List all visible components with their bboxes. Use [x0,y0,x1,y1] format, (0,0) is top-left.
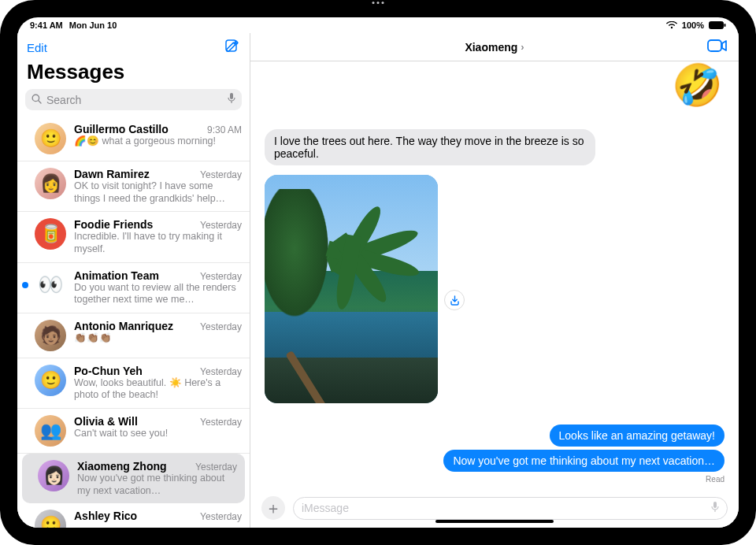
conversation-time: Yesterday [200,271,242,282]
avatar: 👀 [35,269,66,301]
conversation-sidebar: Edit Messages [17,33,250,528]
conversation-time: Yesterday [200,220,242,231]
chevron-right-icon: › [521,41,524,53]
reaction-emoji: 🤣 [672,61,723,109]
status-bar: 9:41 AM Mon Jun 10 100% [17,17,739,33]
conversation-name: Foodie Friends [74,218,153,231]
conversation-time: Yesterday [195,462,237,473]
compose-button[interactable] [224,38,240,57]
conversation-title: Xiaomeng [465,41,517,54]
conversation-row[interactable]: 👥Olivia & WillYesterdayCan't wait to see… [17,409,250,454]
conversation-header[interactable]: Xiaomeng › [250,33,739,61]
avatar: 👥 [35,415,66,447]
conversation-row[interactable]: 👩🏻Xiaomeng ZhongYesterdayNow you've got … [22,454,245,503]
conversation-name: Guillermo Castillo [74,123,169,135]
conversation-preview: 🌈😊 what a gorgeous morning! [74,135,242,148]
conversation-name: Dawn Ramirez [74,168,150,180]
status-date: Mon Jun 10 [69,20,117,30]
svg-rect-5 [230,93,233,99]
battery-icon [709,21,726,29]
conversation-name: Antonio Manriquez [74,320,173,332]
svg-rect-0 [710,22,724,29]
search-icon [32,94,42,106]
svg-line-4 [39,100,41,102]
conversation-row[interactable]: 🙂Ashley RicoYesterday [17,503,250,528]
read-receipt: Read [706,475,724,484]
avatar: 🥫 [35,218,66,250]
avatar: 🙂 [35,510,66,528]
incoming-message[interactable]: I love the trees out here. The way they … [265,129,595,165]
compose-icon [224,38,240,54]
avatar: 🙂 [35,123,66,154]
conversation-time: Yesterday [200,169,242,180]
conversation-time: Yesterday [200,366,242,377]
share-photo-button[interactable] [444,290,465,310]
battery-percent: 100% [682,20,704,30]
save-icon [450,295,460,306]
conversation-preview: Do you want to review all the renders to… [74,282,242,306]
conversation-pane: Xiaomeng › 🤣 I love the trees out here. … [250,33,739,528]
conversation-row[interactable]: 🙂Guillermo Castillo9:30 AM🌈😊 what a gorg… [17,117,250,161]
svg-rect-1 [724,24,726,27]
incoming-photo-wrap [265,172,438,403]
conversation-row[interactable]: 🥫Foodie FriendsYesterdayIncredible. I'll… [17,212,250,262]
conversation-preview: 👏🏽👏🏽👏🏽 [74,332,242,345]
status-time: 9:41 AM [30,20,63,30]
conversation-preview: OK to visit tonight? I have some things … [74,180,242,205]
apps-button[interactable]: ＋ [261,496,285,520]
conversation-row[interactable]: 👩Dawn RamirezYesterdayOK to visit tonigh… [17,161,250,212]
facetime-button[interactable] [707,39,728,54]
svg-rect-8 [713,502,717,508]
conversation-time: Yesterday [200,511,242,522]
avatar: 👩🏻 [38,460,69,491]
message-input[interactable] [302,502,711,514]
conversation-row[interactable]: 👀Animation TeamYesterdayDo you want to r… [17,263,250,313]
svg-rect-7 [708,40,721,51]
wifi-icon [666,21,677,29]
avatar: 🙂 [35,365,66,396]
video-icon [707,39,728,52]
outgoing-message[interactable]: Now you've got me thinking about my next… [443,450,724,472]
conversation-preview: Can't wait to see you! [74,428,242,440]
conversation-list[interactable]: 🙂Guillermo Castillo9:30 AM🌈😊 what a gorg… [17,117,250,528]
dictate-icon[interactable] [228,93,235,106]
conversation-name: Po-Chun Yeh [74,365,143,377]
conversation-preview: Now you've got me thinking about my next… [77,473,237,497]
dictate-icon[interactable] [711,502,719,515]
incoming-photo[interactable] [265,175,438,403]
outgoing-message[interactable]: Looks like an amazing getaway! [550,425,724,447]
avatar: 👩 [35,168,66,199]
conversation-name: Xiaomeng Zhong [77,460,167,473]
conversation-name: Animation Team [74,269,159,282]
avatar: 🧑🏽 [35,320,66,351]
home-indicator[interactable] [435,520,554,523]
plus-icon: ＋ [265,498,281,519]
conversation-name: Ashley Rico [74,510,137,522]
conversation-preview: Incredible. I'll have to try making it m… [74,231,242,255]
conversation-time: Yesterday [200,417,242,428]
search-field[interactable] [25,89,242,110]
edit-button[interactable]: Edit [27,41,47,54]
conversation-preview: Wow, looks beautiful. ☀️ Here's a photo … [74,377,242,402]
message-field[interactable] [293,497,728,520]
conversation-row[interactable]: 🙂Po-Chun YehYesterdayWow, looks beautifu… [17,358,250,409]
message-thread[interactable]: 🤣 I love the trees out here. The way the… [250,61,739,490]
conversation-time: 9:30 AM [207,124,242,135]
unread-dot [22,282,28,288]
conversation-time: Yesterday [200,321,242,332]
conversation-row[interactable]: 🧑🏽Antonio ManriquezYesterday👏🏽👏🏽👏🏽 [17,313,250,358]
sidebar-title: Messages [17,57,250,89]
search-input[interactable] [46,94,223,106]
conversation-name: Olivia & Will [74,415,138,428]
